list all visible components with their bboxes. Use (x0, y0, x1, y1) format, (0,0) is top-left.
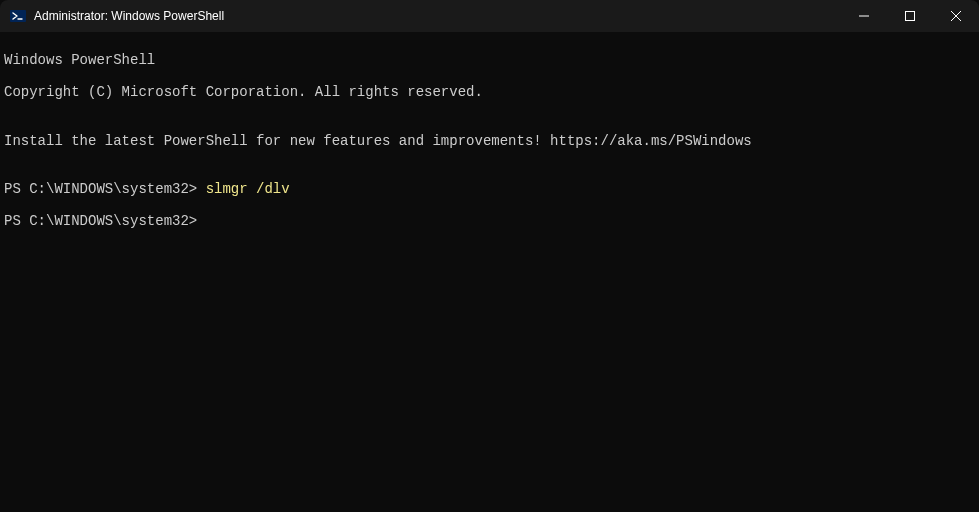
prompt-prefix: PS C:\WINDOWS\system32> (4, 181, 206, 197)
window-controls (841, 0, 979, 32)
powershell-icon (10, 8, 26, 24)
prompt-line: PS C:\WINDOWS\system32> (4, 213, 975, 229)
titlebar-left: Administrator: Windows PowerShell (0, 8, 224, 24)
output-line: Install the latest PowerShell for new fe… (4, 133, 975, 149)
svg-rect-3 (906, 12, 915, 21)
terminal-output[interactable]: Windows PowerShell Copyright (C) Microso… (0, 32, 979, 249)
prompt-line: PS C:\WINDOWS\system32> slmgr /dlv (4, 181, 975, 197)
window-title: Administrator: Windows PowerShell (34, 9, 224, 23)
prompt-prefix: PS C:\WINDOWS\system32> (4, 213, 197, 229)
maximize-button[interactable] (887, 0, 933, 32)
command-text: slmgr /dlv (206, 181, 290, 197)
minimize-button[interactable] (841, 0, 887, 32)
titlebar[interactable]: Administrator: Windows PowerShell (0, 0, 979, 32)
output-line: Copyright (C) Microsoft Corporation. All… (4, 84, 975, 100)
svg-rect-0 (10, 10, 26, 22)
output-line: Windows PowerShell (4, 52, 975, 68)
close-button[interactable] (933, 0, 979, 32)
